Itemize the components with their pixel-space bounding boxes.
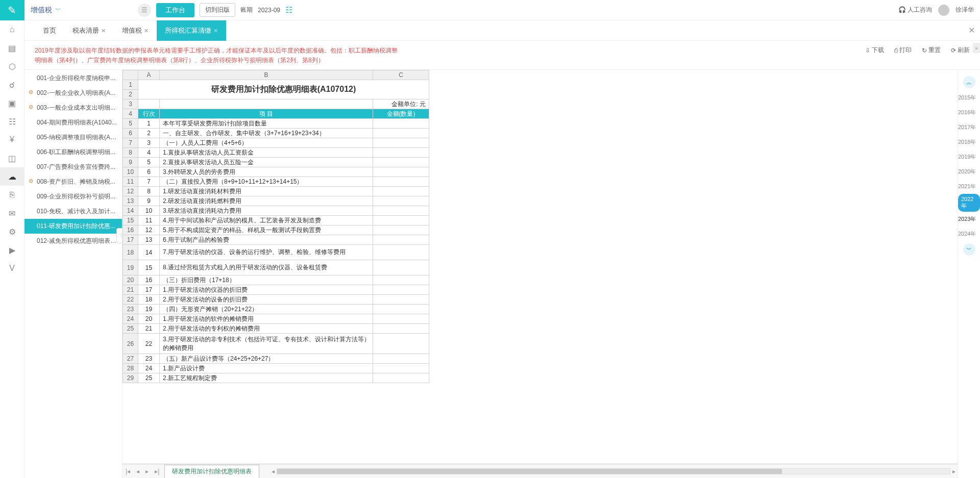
row-header[interactable]: 13 [123,196,138,206]
sheet-first-icon[interactable]: |◂ [122,468,133,475]
nav-money-icon[interactable]: ☌ [0,76,24,94]
cell-amt[interactable] [373,285,429,295]
refresh-button[interactable]: ⟳ 刷新 [951,46,970,55]
cell-desc[interactable]: 2.直接从事研发活动人员五险一金 [160,158,373,167]
row-header[interactable]: 21 [123,285,138,295]
cell-desc[interactable]: （三）折旧费用（17+18） [160,275,373,285]
row-header[interactable]: 2 [123,90,138,99]
tree-item[interactable]: 002-一般企业收入明细表(A... [24,86,122,100]
cell-desc[interactable]: 2.研发活动直接消耗燃料费用 [160,196,373,206]
cell-desc[interactable]: 一、自主研发、合作研发、集中研发（3+7+16+19+23+34） [160,129,373,138]
cell-amt[interactable] [373,354,429,364]
cell-amt[interactable] [373,129,429,138]
cell-desc[interactable]: 7.用于研发活动的仪器、设备的运行维护、调整、检验、维修等费用 [160,245,373,260]
nav-wallet-icon[interactable]: ◫ [0,149,24,167]
row-header[interactable]: 4 [123,109,138,119]
nav-vip-icon[interactable]: V [0,259,24,278]
row-header[interactable]: 7 [123,138,138,148]
tree-item[interactable]: 008-资产折旧、摊销及纳税... [24,174,122,189]
year-item[interactable]: 2023年 [958,212,980,227]
close-icon[interactable]: ✕ [144,20,149,41]
cell-amt[interactable] [373,196,429,206]
year-item[interactable]: 2016年 [958,105,980,120]
sheet-last-icon[interactable]: ▸| [152,468,162,475]
calendar-icon[interactable]: ☷ [285,5,292,15]
cell-desc[interactable]: 1.直接从事研发活动人员工资薪金 [160,148,373,158]
tab-所得税汇算清缴[interactable]: 所得税汇算清缴✕ [157,20,226,41]
cell-rn[interactable]: 21 [138,324,160,334]
nav-archive-icon[interactable]: ⎘ [0,186,24,204]
note-icon[interactable]: ☰ [138,4,151,17]
cell-rn[interactable]: 1 [138,119,160,129]
cell-desc[interactable]: 3.研发活动直接消耗动力费用 [160,206,373,216]
tree-item[interactable]: 001-企业所得税年度纳税申... [24,71,122,86]
row-header[interactable]: 14 [123,206,138,216]
row-header[interactable]: 15 [123,216,138,225]
cell-rn[interactable]: 23 [138,354,160,364]
cell-amt[interactable] [373,364,429,373]
row-header[interactable]: 27 [123,354,138,364]
cell-amt[interactable] [373,235,429,245]
old-version-button[interactable]: 切到旧版 [200,3,235,17]
row-header[interactable]: 23 [123,305,138,314]
tree-item[interactable]: 011-研发费用加计扣除优惠... [24,219,122,234]
year-up-icon[interactable]: ︽ [963,76,975,88]
cell-amt[interactable] [373,373,429,383]
nav-doc-icon[interactable]: ▤ [0,39,24,57]
cell-desc[interactable]: 1.新产品设计费 [160,364,373,373]
cell-rn[interactable]: 24 [138,364,160,373]
row-header[interactable]: 16 [123,225,138,235]
cell-desc[interactable]: （四）无形资产摊销（20+21+22） [160,305,373,314]
nav-report-icon[interactable]: ☷ [0,112,24,131]
row-header[interactable]: 9 [123,158,138,167]
row-header[interactable]: 3 [123,99,138,109]
cell-rn[interactable]: 15 [138,260,160,275]
nav-video-icon[interactable]: ▶ [0,241,24,259]
cell-amt[interactable] [373,275,429,285]
cell-rn[interactable]: 7 [138,177,160,187]
row-header[interactable]: 17 [123,235,138,245]
cell-amt[interactable] [373,138,429,148]
cell-rn[interactable]: 22 [138,334,160,354]
cell-desc[interactable]: 本年可享受研发费用加计扣除项目数量 [160,119,373,129]
cell-rn[interactable]: 4 [138,148,160,158]
collapse-tree-icon[interactable]: 〈 [116,228,122,243]
row-header[interactable]: 26 [123,334,138,354]
username[interactable]: 徐泽华 [955,6,974,14]
avatar[interactable] [938,5,949,16]
cell-rn[interactable]: 2 [138,129,160,138]
tree-item[interactable]: 005-纳税调整项目明细表(A1... [24,130,122,145]
cell-rn[interactable]: 8 [138,187,160,196]
row-header[interactable]: 8 [123,148,138,158]
cell-desc[interactable]: 2.新工艺规程制定费 [160,373,373,383]
tab-税表清册[interactable]: 税表清册✕ [64,20,114,41]
period-value[interactable]: 2023-09 [258,7,280,14]
close-icon[interactable]: ✕ [101,20,106,41]
cell-amt[interactable] [373,216,429,225]
cell-amt[interactable] [373,260,429,275]
sheet-next-icon[interactable]: ▸ [142,468,152,475]
year-item[interactable]: 2020年 [958,164,980,179]
cell-rn[interactable]: 16 [138,275,160,285]
year-down-icon[interactable]: ︾ [963,243,975,256]
cell-amt[interactable] [373,187,429,196]
cell-desc[interactable]: 1.用于研发活动的仪器的折旧费 [160,285,373,295]
nav-home-icon[interactable]: ⌂ [0,20,24,39]
hscroll[interactable]: ◂ ▸ [270,468,958,475]
cell-desc[interactable]: 8.通过经营租赁方式租入的用于研发活动的仪器、设备租赁费 [160,260,373,275]
cell-desc[interactable]: 4.用于中间试验和产品试制的模具、工艺装备开发及制造费 [160,216,373,225]
download-button[interactable]: ⇩ 下载 [865,46,884,55]
cell-amt[interactable] [373,148,429,158]
cell-amt[interactable] [373,225,429,235]
year-item[interactable]: 2015年 [958,90,980,105]
tab-首页[interactable]: 首页 [35,20,64,41]
reset-button[interactable]: ↻ 重置 [922,46,941,55]
row-header[interactable]: 22 [123,295,138,305]
cell-amt[interactable] [373,158,429,167]
row-header[interactable]: 18 [123,245,138,260]
tree-item[interactable]: 006-职工薪酬纳税调整明细... [24,145,122,160]
year-item[interactable]: 2017年 [958,120,980,135]
cell-rn[interactable]: 17 [138,285,160,295]
cell-rn[interactable]: 9 [138,196,160,206]
row-header[interactable]: 29 [123,373,138,383]
